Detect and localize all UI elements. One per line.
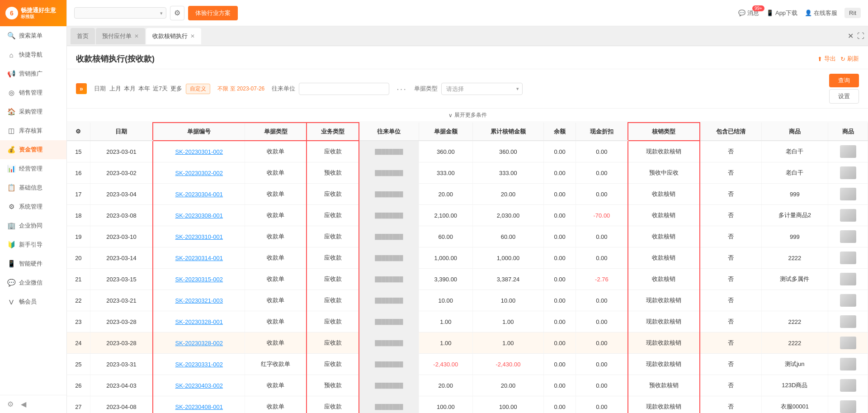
filter-dots[interactable]: ··· [396, 84, 407, 94]
cell-bill_no[interactable]: SK-20230315-002 [153, 269, 245, 290]
query-btn[interactable]: 查询 [829, 74, 859, 87]
link-bill_no[interactable]: SK-20230403-002 [175, 382, 223, 389]
cell-bill_no[interactable]: SK-20230321-003 [153, 290, 245, 311]
link-bill_no[interactable]: SK-20230310-001 [175, 233, 223, 240]
sidebar-item-operation[interactable]: 📊 经营管理 [0, 159, 66, 178]
date-opt-上月[interactable]: 上月 [109, 85, 121, 93]
cell-cash_discount: 0.00 [576, 396, 628, 413]
content-inner: 收款核销执行(按收款) ⬆ 导出 ↻ 刷新 » 日 [67, 46, 868, 413]
cell-bill_no[interactable]: SK-20230308-001 [153, 205, 245, 226]
sidebar-item-quick[interactable]: ⌂ 快捷导航 [0, 45, 66, 64]
user-profile[interactable]: Rit [844, 8, 861, 18]
cell-bill_no[interactable]: SK-20230403-002 [153, 375, 245, 396]
cell-goods2 [828, 396, 868, 413]
sidebar-item-marketing[interactable]: 📢 营销推广 [0, 64, 66, 83]
solution-button[interactable]: 体验行业方案 [188, 6, 238, 20]
cell-balance: 0.00 [544, 141, 576, 162]
cell-verify_type: 现款收款核销 [628, 311, 700, 332]
link-bill_no[interactable]: SK-20230408-001 [175, 404, 223, 410]
cell-date: 2023-03-04 [90, 184, 153, 205]
date-opt-本年[interactable]: 本年 [138, 85, 150, 93]
company-select[interactable]: 请选择 [74, 7, 166, 19]
sidebar-item-basic[interactable]: 📋 基础信息 [0, 178, 66, 197]
tab-prepay[interactable]: 预付应付单✕ [96, 28, 145, 44]
export-btn[interactable]: ⬆ 导出 [817, 55, 836, 63]
cell-goods2 [828, 269, 868, 290]
cell-bill_no[interactable]: SK-20230331-002 [153, 354, 245, 375]
date-opt-本月[interactable]: 本月 [124, 85, 136, 93]
cell-no: 18 [67, 205, 90, 226]
link-bill_no[interactable]: SK-20230308-001 [175, 212, 223, 219]
settings-icon[interactable]: ⚙ [7, 400, 14, 408]
tab-home[interactable]: 首页 [71, 28, 95, 44]
cell-counterpart: ████████ [359, 141, 419, 162]
counterpart-input[interactable] [299, 83, 389, 95]
app-download-btn[interactable]: 📱 App下载 [766, 9, 797, 17]
link-bill_no[interactable]: SK-20230321-003 [175, 297, 223, 304]
cell-goods: 测试jun [761, 354, 828, 375]
cell-date: 2023-03-15 [90, 269, 153, 290]
date-custom-btn[interactable]: 自定义 [186, 84, 210, 94]
cell-cumulative: 333.00 [472, 162, 543, 184]
link-bill_no[interactable]: SK-20230331-002 [175, 361, 223, 368]
sidebar-item-system[interactable]: ⚙ 系统管理 [0, 197, 66, 216]
sidebar-item-guide[interactable]: 🔰 新手引导 [0, 235, 66, 254]
bill-type-select[interactable]: 请选择 [441, 83, 523, 95]
collapse-icon[interactable]: ◀ [21, 400, 26, 408]
refresh-btn[interactable]: ↻ 刷新 [840, 55, 859, 63]
date-opt-近7天[interactable]: 近7天 [153, 85, 168, 93]
cell-counterpart: ████████ [359, 354, 419, 375]
maximize-tab-btn[interactable]: ⛶ [857, 32, 864, 40]
link-bill_no[interactable]: SK-20230328-001 [175, 318, 223, 325]
cell-bill_no[interactable]: SK-20230304-001 [153, 184, 245, 205]
sidebar-item-search[interactable]: 🔍 搜索菜单 [0, 26, 66, 45]
message-btn[interactable]: 💬 消息 99+ [738, 9, 759, 17]
hardware-icon: 📱 [7, 260, 15, 268]
link-bill_no[interactable]: SK-20230315-002 [175, 276, 223, 283]
cell-no: 24 [67, 332, 90, 354]
cell-bill_no[interactable]: SK-20230302-002 [153, 162, 245, 184]
cell-bill_no[interactable]: SK-20230301-002 [153, 141, 245, 162]
sidebar-item-purchase[interactable]: 🏠 采购管理 [0, 102, 66, 121]
tab-collect[interactable]: 收款核销执行✕ [146, 28, 201, 44]
settings-gear-btn[interactable]: ⚙ [170, 6, 184, 20]
sidebar-item-inventory[interactable]: ◫ 库存核算 [0, 121, 66, 140]
sidebar-label-purchase: 采购管理 [19, 108, 42, 116]
sidebar-item-finance[interactable]: 💰 资金管理 [0, 140, 66, 159]
cell-verify_type: 现款收款核销 [628, 332, 700, 354]
close-tab-prepay[interactable]: ✕ [134, 33, 139, 39]
link-bill_no[interactable]: SK-20230314-001 [175, 255, 223, 261]
link-bill_no[interactable]: SK-20230301-002 [175, 148, 223, 155]
sidebar-item-corp[interactable]: 🏢 企业协同 [0, 216, 66, 235]
col-header-bill_type: 单据类型 [245, 123, 307, 141]
service-btn[interactable]: 👤 在线客服 [805, 9, 837, 17]
expand-conditions-btn[interactable]: ∨ 展开更多条件 [448, 111, 487, 119]
sidebar-item-member[interactable]: V 畅会员 [0, 292, 66, 311]
cell-bill_no[interactable]: SK-20230408-001 [153, 396, 245, 413]
link-bill_no[interactable]: SK-20230328-002 [175, 340, 223, 347]
service-label: 在线客服 [814, 9, 837, 17]
link-bill_no[interactable]: SK-20230302-002 [175, 170, 223, 176]
sidebar-item-sales[interactable]: ◎ 销售管理 [0, 83, 66, 102]
cell-date: 2023-03-31 [90, 354, 153, 375]
table-header: ⚙日期单据编号单据类型业务类型往来单位单据金额累计核销金额余额现金折扣核销类型包… [67, 123, 868, 141]
cell-goods2 [828, 141, 868, 162]
filter-toggle-btn[interactable]: » [76, 83, 87, 94]
cell-cumulative: 20.00 [472, 375, 543, 396]
sidebar-bottom: ⚙ ◀ [0, 395, 66, 413]
cell-balance: 0.00 [544, 354, 576, 375]
filter-setting-btn[interactable]: 设置 [829, 89, 859, 104]
cell-bill_no[interactable]: SK-20230310-001 [153, 226, 245, 247]
cell-bill_amount: 60.00 [419, 226, 472, 247]
cell-bill_no[interactable]: SK-20230328-002 [153, 332, 245, 354]
cell-bill_no[interactable]: SK-20230314-001 [153, 247, 245, 269]
bill-type-group: 单据类型 请选择 [414, 83, 523, 95]
sidebar-item-wechat[interactable]: 💬 企业微信 [0, 273, 66, 292]
date-opt-更多[interactable]: 更多 [170, 85, 182, 93]
close-tab-collect[interactable]: ✕ [190, 33, 195, 39]
close-tab-btn[interactable]: ✕ [848, 32, 854, 40]
cell-include_settled: 否 [700, 375, 762, 396]
cell-bill_no[interactable]: SK-20230328-001 [153, 311, 245, 332]
sidebar-item-hardware[interactable]: 📱 智能硬件 [0, 254, 66, 273]
link-bill_no[interactable]: SK-20230304-001 [175, 191, 223, 198]
